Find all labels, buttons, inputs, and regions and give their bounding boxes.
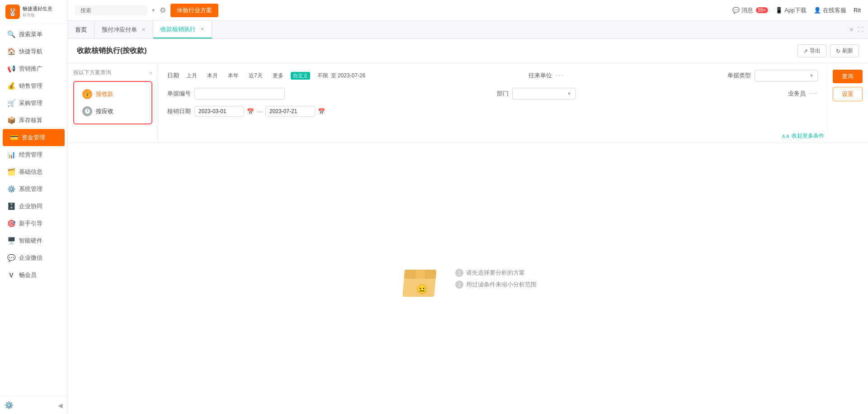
export-button[interactable]: ↗ 导出 [797, 44, 826, 57]
date-btn-last-month[interactable]: 上月 [183, 71, 201, 81]
sidebar-item-sales[interactable]: 💰 销售管理 [0, 77, 67, 95]
calendar-start-icon[interactable]: 📅 [247, 108, 254, 115]
app-download-button[interactable]: 📱 App下载 [775, 6, 807, 14]
query-button[interactable]: 查询 [833, 70, 863, 83]
filter-main-wrapper: 日期 上月 本月 本年 近7天 更多 自定义 不限 至 2023-07-26 [158, 63, 827, 143]
svg-text:😐: 😐 [416, 284, 428, 295]
message-button[interactable]: 💬 消息 99+ [732, 6, 768, 14]
sidebar-item-member[interactable]: V 畅会员 [0, 266, 67, 284]
operations-icon: 📊 [7, 151, 15, 159]
sidebar-item-search[interactable]: 🔍 搜索菜单 [0, 26, 67, 43]
industry-solution-button[interactable]: 休验行业方案 [170, 4, 218, 17]
sidebar-item-enterprise-label: 企业协同 [19, 202, 42, 210]
close-prepay-tab-icon[interactable]: ✕ [142, 27, 146, 33]
filter-option-receivable-label: 按应收 [96, 107, 113, 115]
settings-icon[interactable]: ⚙️ [5, 401, 14, 409]
staff-picker-button[interactable]: ··· [809, 90, 818, 98]
filter-options: 💰 按收款 🕐 按应收 [73, 81, 152, 124]
search-icon: 🔍 [7, 30, 15, 38]
sidebar-item-basic-label: 基础信息 [19, 168, 42, 176]
sidebar-item-search-label: 搜索菜单 [19, 30, 42, 38]
filter-option-receipt-label: 按收款 [96, 90, 113, 98]
date-to-text: 至 2023-07-26 [331, 72, 366, 80]
date-btn-more[interactable]: 更多 [269, 71, 287, 81]
verify-date-field: 核销日期 📅 — 📅 [167, 106, 325, 117]
message-label: 消息 [741, 6, 753, 14]
chevron-down-icon: ▾ [810, 72, 813, 79]
logo-area: 🐰 畅捷通好生意 标准版 [0, 0, 67, 24]
filter-option-by-receivable[interactable]: 🕐 按应收 [78, 103, 148, 120]
app-badge: 标准版 [23, 12, 52, 18]
filter-option-by-receipt[interactable]: 💰 按收款 [78, 86, 148, 103]
close-tab-icon[interactable]: ✕ [849, 26, 854, 33]
settings-button[interactable]: 设置 [833, 87, 863, 101]
tab-receipt-verify[interactable]: 收款核销执行 ✕ [153, 21, 212, 38]
date-btn-7days[interactable]: 近7天 [245, 71, 266, 81]
sidebar-item-hardware[interactable]: 🖥️ 智能硬件 [0, 232, 67, 249]
filter-main: 日期 上月 本月 本年 近7天 更多 自定义 不限 至 2023-07-26 [158, 63, 827, 129]
empty-text: 1 请先选择要分析的方案 2 用过滤条件来缩小分析范围 [455, 267, 537, 290]
topbar-left: ▾ ⚙ 休验行业方案 [75, 4, 218, 17]
dept-select[interactable]: ▾ [512, 88, 576, 100]
home-icon: 🏠 [7, 48, 15, 56]
tabbar: 首页 预付冲应付单 ✕ 收款核销执行 ✕ ✕ ⛶ [68, 21, 868, 39]
collapse-filter-icon[interactable]: » [149, 70, 152, 76]
sidebar-item-marketing-label: 营销推广 [19, 65, 42, 73]
collapse-sidebar-icon[interactable]: ◀ [58, 402, 63, 409]
filter-area: 按以下方案查询 » 💰 按收款 🕐 按应收 日期 [68, 63, 868, 143]
sidebar-bottom: ⚙️ ◀ [0, 396, 67, 414]
doc-type-field: 单据类型 ▾ [727, 70, 818, 81]
tab-home[interactable]: 首页 [68, 21, 94, 38]
sidebar-item-inventory-label: 库存核算 [19, 116, 42, 124]
user-info[interactable]: Rit [854, 7, 861, 14]
sidebar-item-system-label: 系统管理 [19, 185, 42, 193]
empty-svg: 😐 [399, 256, 449, 306]
sidebar-item-marketing[interactable]: 📢 营销推广 [0, 60, 67, 77]
verify-date-end-input[interactable] [265, 106, 315, 117]
topbar-search-input[interactable] [75, 5, 147, 15]
page-title: 收款核销执行(按收款) [77, 46, 147, 56]
tab-prepay[interactable]: 预付冲应付单 ✕ [94, 21, 153, 38]
calendar-end-icon[interactable]: 📅 [318, 108, 325, 115]
online-service-button[interactable]: 👤 在线客服 [814, 6, 846, 14]
verify-date-label: 核销日期 [167, 107, 191, 115]
sidebar-item-basic[interactable]: 🗂️ 基础信息 [0, 163, 67, 181]
counterpart-picker-button[interactable]: ··· [556, 71, 564, 80]
sidebar-item-system[interactable]: ⚙️ 系统管理 [0, 181, 67, 198]
chevron-down-icon[interactable]: ▾ [152, 7, 155, 14]
sidebar-item-shortcuts[interactable]: 🏠 快捷导航 [0, 43, 67, 60]
sidebar-item-member-label: 畅会员 [19, 271, 37, 279]
chevron-down-icon2: ▾ [568, 90, 571, 97]
sidebar-item-inventory[interactable]: 📦 库存核算 [0, 112, 67, 129]
close-receipt-tab-icon[interactable]: ✕ [200, 26, 204, 32]
hardware-icon: 🖥️ [7, 237, 15, 245]
doc-number-input[interactable] [194, 88, 285, 100]
doc-type-select[interactable]: ▾ [755, 70, 818, 81]
verify-date-start-input[interactable] [194, 106, 244, 117]
date-btn-this-year[interactable]: 本年 [224, 71, 242, 81]
sidebar-item-purchase[interactable]: 🛒 采购管理 [0, 95, 67, 112]
refresh-icon: ↻ [836, 48, 840, 54]
refresh-button[interactable]: ↻ 刷新 [830, 44, 859, 57]
empty-illustration: 😐 [399, 256, 444, 301]
counterpart-field: 往来单位 ··· [528, 71, 564, 80]
sidebar-item-finance-label: 资金管理 [22, 133, 45, 142]
collapse-up-icon: ∧∧ [782, 133, 790, 139]
collapse-more-button[interactable]: ∧∧ 收起更多条件 [158, 129, 827, 143]
sidebar-item-operations[interactable]: 📊 经营管理 [0, 146, 67, 163]
tab-prepay-label: 预付冲应付单 [102, 26, 137, 34]
sidebar-item-enterprise[interactable]: 🗄️ 企业协同 [0, 198, 67, 215]
gear-icon[interactable]: ⚙ [160, 6, 166, 14]
sidebar-item-wechat[interactable]: 💬 企业微信 [0, 249, 67, 266]
sidebar-item-hardware-label: 智能硬件 [19, 237, 42, 245]
app-label: App下载 [784, 6, 807, 14]
date-custom-tag[interactable]: 自定义 [291, 72, 310, 80]
sidebar-item-finance[interactable]: 💳 资金管理 [3, 129, 65, 146]
maximize-icon[interactable]: ⛶ [858, 26, 863, 33]
date-field: 日期 上月 本月 本年 近7天 更多 自定义 [167, 71, 310, 81]
sidebar-item-guide[interactable]: 🎯 新手引导 [0, 215, 67, 232]
date-btn-this-month[interactable]: 本月 [203, 71, 222, 81]
doc-number-label: 单据编号 [167, 90, 191, 98]
staff-label: 业务员 [788, 90, 806, 98]
purchase-icon: 🛒 [7, 99, 15, 107]
